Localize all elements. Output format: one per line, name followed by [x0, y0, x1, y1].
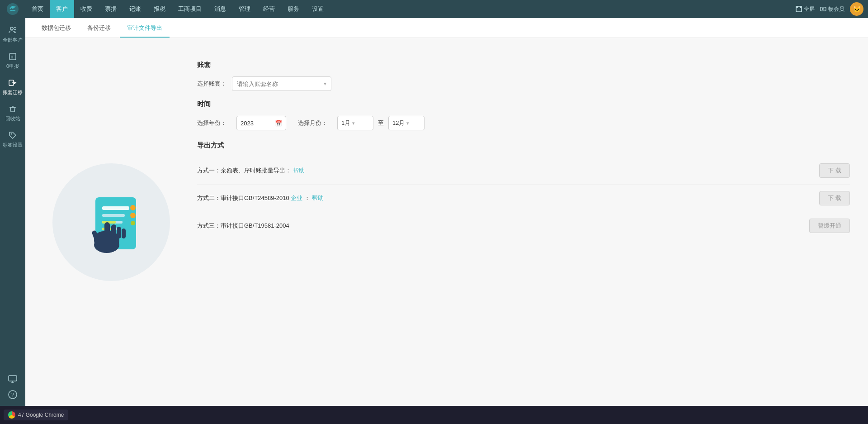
sidebar-item-label-recycle: 回收站 — [5, 115, 20, 122]
month-label: 选择月份： — [298, 119, 327, 127]
sidebar-item-migrate[interactable]: 账套迁移 — [1, 74, 24, 100]
fullscreen-button[interactable]: 全屏 — [796, 5, 815, 13]
month-from-select[interactable]: 1月 ▾ — [337, 116, 373, 130]
export-method-3-text: 方式三：审计接口GB/T19581-2004 — [197, 222, 809, 230]
sidebar-bottom: ? — [7, 373, 19, 406]
svg-point-26 — [131, 221, 135, 225]
svg-rect-31 — [104, 222, 110, 237]
export-method-2: 方式二：审计接口GB/T24589-2010 企业 ： 帮助 下 载 — [197, 185, 850, 212]
top-nav-right: 全屏 畅会员 🐱 — [796, 2, 863, 16]
account-input[interactable] — [237, 81, 322, 87]
calendar-icon: 📅 — [275, 120, 282, 127]
zero-icon: 0 — [8, 52, 18, 62]
nav-bookkeeping[interactable]: 记账 — [123, 0, 147, 18]
svg-rect-33 — [117, 227, 121, 238]
svg-point-10 — [14, 28, 16, 30]
account-section-title: 账套 — [197, 61, 850, 69]
migrate-icon — [8, 78, 18, 88]
export-method-2-text: 方式二：审计接口GB/T24589-2010 企业 ： 帮助 — [197, 194, 819, 202]
svg-text:0: 0 — [11, 55, 13, 59]
page-body: 账套 选择账套： ▾ 时间 选择年份： 📅 — [25, 38, 868, 406]
month-from-arrow: ▾ — [352, 120, 355, 126]
sidebar: 全部客户 0 0申报 账套迁移 — [0, 18, 25, 406]
app-logo[interactable] — [5, 1, 21, 17]
nav-business[interactable]: 工商项目 — [172, 0, 208, 18]
chrome-icon — [8, 411, 15, 419]
sidebar-item-label-tags: 标签设置 — [3, 142, 23, 148]
export-section-title: 导出方式 — [197, 141, 850, 150]
month-to-select[interactable]: 12月 ▾ — [388, 116, 425, 130]
illustration-circle — [52, 163, 170, 281]
time-separator: 至 — [378, 119, 384, 127]
account-select[interactable]: ▾ — [232, 76, 331, 91]
sidebar-item-label-customers: 全部客户 — [3, 37, 23, 43]
method1-download-button[interactable]: 下 载 — [819, 163, 850, 178]
sidebar-item-all-customers[interactable]: 全部客户 — [1, 22, 24, 47]
svg-point-15 — [11, 133, 12, 135]
tab-audit-export[interactable]: 审计文件导出 — [120, 19, 170, 38]
svg-rect-20 — [102, 206, 129, 210]
tab-data-migrate[interactable]: 数据包迁移 — [34, 19, 78, 38]
top-navigation: 首页 客户 收费 票据 记账 报税 工商项目 消息 管理 经营 服务 设置 全屏 — [0, 0, 868, 18]
time-section-title: 时间 — [197, 100, 850, 109]
vip-label: 畅会员 — [828, 5, 844, 13]
monitor-icon[interactable] — [7, 373, 19, 385]
month-from-value: 1月 — [341, 119, 350, 127]
method2-help-link[interactable]: 帮助 — [312, 195, 324, 201]
nav-home[interactable]: 首页 — [25, 0, 50, 18]
taskbar: 47 Google Chrome — [0, 406, 868, 424]
nav-manage[interactable]: 管理 — [232, 0, 257, 18]
nav-service[interactable]: 服务 — [281, 0, 306, 18]
tab-backup-migrate[interactable]: 备份迁移 — [80, 19, 118, 38]
month-to-value: 12月 — [392, 119, 405, 127]
fullscreen-label: 全屏 — [804, 5, 815, 13]
sidebar-item-tags[interactable]: 标签设置 — [1, 127, 24, 152]
nav-fee[interactable]: 收费 — [74, 0, 99, 18]
vip-button[interactable]: 畅会员 — [820, 5, 844, 13]
svg-point-0 — [7, 3, 19, 15]
method2-company: 企业 — [291, 195, 302, 201]
account-row: 选择账套： ▾ — [197, 76, 850, 91]
method3-open-button[interactable]: 暂缓开通 — [809, 219, 850, 233]
method1-label: 方式一：余额表、序时账批量导出： — [197, 167, 291, 174]
method1-help-link[interactable]: 帮助 — [293, 167, 305, 174]
export-method-1: 方式一：余额表、序时账批量导出： 帮助 下 载 — [197, 157, 850, 185]
nav-operation[interactable]: 经营 — [257, 0, 281, 18]
avatar[interactable]: 🐱 — [850, 2, 863, 16]
nav-settings[interactable]: 设置 — [306, 0, 330, 18]
year-input[interactable] — [241, 120, 272, 127]
method3-label: 方式三：审计接口GB/T19581-2004 — [197, 222, 289, 229]
svg-point-24 — [130, 205, 136, 210]
trash-icon — [8, 104, 18, 114]
method2-download-button[interactable]: 下 载 — [819, 191, 850, 205]
svg-point-1 — [11, 6, 14, 9]
taskbar-chrome-item[interactable]: 47 Google Chrome — [4, 410, 68, 420]
export-section: 导出方式 方式一：余额表、序时账批量导出： 帮助 下 载 方式二：审计接口GB/… — [197, 141, 850, 239]
tag-icon — [8, 130, 18, 140]
nav-invoice[interactable]: 票据 — [99, 0, 123, 18]
svg-rect-21 — [102, 214, 125, 217]
svg-rect-32 — [111, 224, 116, 238]
help-icon[interactable]: ? — [7, 389, 19, 400]
nav-items: 首页 客户 收费 票据 记账 报税 工商项目 消息 管理 经营 服务 设置 — [25, 0, 796, 18]
form-area: 账套 选择账套： ▾ 时间 选择年份： 📅 — [197, 52, 850, 392]
svg-rect-16 — [9, 376, 17, 381]
sidebar-item-zero-declaration[interactable]: 0 0申报 — [1, 48, 24, 73]
nav-customer[interactable]: 客户 — [50, 0, 74, 18]
sidebar-item-label-migrate: 账套迁移 — [3, 89, 23, 96]
sidebar-item-recycle[interactable]: 回收站 — [1, 100, 24, 126]
svg-text:?: ? — [11, 392, 14, 397]
nav-message[interactable]: 消息 — [208, 0, 232, 18]
year-input-field[interactable]: 📅 — [236, 116, 286, 130]
time-section: 时间 选择年份： 📅 选择月份： 1月 ▾ 至 — [197, 100, 850, 130]
export-method-1-text: 方式一：余额表、序时账批量导出： 帮助 — [197, 167, 819, 175]
year-label: 选择年份： — [197, 119, 226, 127]
svg-rect-34 — [122, 229, 126, 238]
nav-tax[interactable]: 报税 — [147, 0, 172, 18]
sub-tabs: 数据包迁移 备份迁移 审计文件导出 — [25, 18, 868, 38]
month-to-arrow: ▾ — [406, 120, 409, 126]
illustration-area — [43, 52, 179, 392]
time-row: 选择年份： 📅 选择月份： 1月 ▾ 至 12月 — [197, 116, 850, 130]
main-layout: 全部客户 0 0申报 账套迁移 — [0, 18, 868, 406]
svg-point-8 — [822, 8, 824, 10]
